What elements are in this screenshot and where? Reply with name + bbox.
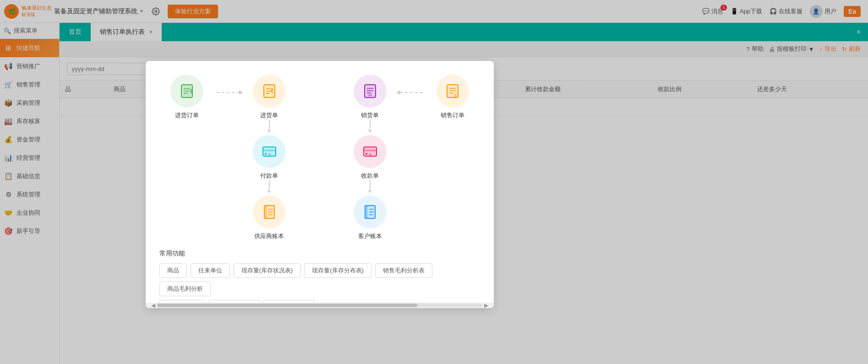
flow-node-purchase-bill[interactable]: 进货单 [242, 75, 297, 120]
flow-row-2: ¥ 付款单 ¥ 收款单 [159, 135, 480, 180]
arrow-sale-order-to-bill [398, 92, 425, 93]
scrollbar-left-arrow[interactable]: ◀ [149, 302, 157, 308]
flow-node-receipt[interactable]: ¥ 收款单 [343, 135, 398, 180]
receipt-label: 收款单 [361, 172, 379, 180]
flow-node-sale-order[interactable]: 销售订单 [425, 75, 480, 120]
flow-node-purchase-order[interactable]: 进货订单 [159, 75, 214, 120]
svg-rect-40 [365, 206, 368, 218]
scrollbar-thumb[interactable] [157, 304, 417, 307]
flow-row-3: 供应商账本 客户账本 [159, 196, 480, 240]
customer-ledger-label: 客户账本 [358, 232, 382, 240]
payment-icon: ¥ [253, 135, 286, 168]
svg-rect-16 [368, 94, 372, 96]
customer-ledger-icon [354, 196, 387, 228]
flow-diagram: 进货订单 进货单 [159, 75, 480, 240]
purchase-bill-label: 进货单 [260, 111, 278, 120]
svg-rect-29 [364, 149, 377, 152]
common-functions: 常用功能 商品 往来单位 现存量(库存状况表) 现存量(库存分布表) 销售毛利分… [159, 250, 480, 303]
popup-body: 进货订单 进货单 [146, 61, 494, 303]
svg-point-30 [366, 153, 367, 155]
func-btn-stock-status[interactable]: 现存量(库存状况表) [234, 263, 301, 278]
sale-bill-label: 销货单 [361, 111, 379, 120]
func-btn-sales-profit[interactable]: 销售毛利分析表 [375, 263, 432, 278]
sale-bill-icon [354, 75, 387, 108]
svg-point-25 [265, 153, 267, 155]
function-buttons: 商品 往来单位 现存量(库存状况表) 现存量(库存分布表) 销售毛利分析表 商品… [159, 263, 480, 296]
common-functions-title: 常用功能 [159, 250, 480, 258]
purchase-order-icon [170, 75, 203, 108]
svg-text:¥: ¥ [267, 152, 270, 157]
flow-node-payment[interactable]: ¥ 付款单 [242, 135, 297, 180]
scrollbar-right-arrow[interactable]: ▶ [482, 302, 490, 308]
func-btn-partner[interactable]: 往来单位 [191, 263, 230, 278]
sale-order-label: 销售订单 [441, 111, 464, 120]
supplier-ledger-label: 供应商账本 [254, 232, 284, 240]
purchase-order-label: 进货订单 [175, 111, 199, 120]
flow-row-1: 进货订单 进货单 [159, 75, 480, 120]
svg-rect-34 [264, 206, 267, 218]
supplier-ledger-icon [253, 196, 286, 228]
purchase-bill-icon [253, 75, 286, 108]
app-container: 🌿 畅康通好生意 标准版 装备及固定资产辅助管理系统 ▼ 体验行业方案 💬 消息 [0, 0, 868, 364]
scrollbar-track[interactable] [157, 304, 482, 307]
func-btn-stock-dist[interactable]: 现存量(库存分布表) [304, 263, 371, 278]
receipt-icon: ¥ [354, 135, 387, 168]
svg-text:¥: ¥ [368, 152, 371, 157]
flow-arrows-row-2: ▼ ▼ [159, 180, 480, 189]
flow-node-supplier-ledger[interactable]: 供应商账本 [242, 196, 297, 240]
flow-arrows-row: ▼ ▼ [159, 120, 480, 129]
payment-label: 付款单 [260, 172, 278, 180]
popup-overlay[interactable]: 进货订单 进货单 [0, 0, 868, 364]
func-btn-product-profit[interactable]: 商品毛利分析 [159, 282, 211, 296]
svg-rect-24 [263, 149, 276, 152]
flow-node-customer-ledger[interactable]: 客户账本 [343, 196, 398, 240]
arrow-purchase-order-to-bill [214, 92, 242, 93]
func-btn-product[interactable]: 商品 [159, 263, 187, 278]
popup-scrollbar[interactable]: ◀ ▶ [146, 303, 494, 308]
popup-container: 进货订单 进货单 [146, 61, 494, 308]
sale-order-icon [436, 75, 469, 108]
flow-node-sale-bill[interactable]: 销货单 [343, 75, 398, 120]
